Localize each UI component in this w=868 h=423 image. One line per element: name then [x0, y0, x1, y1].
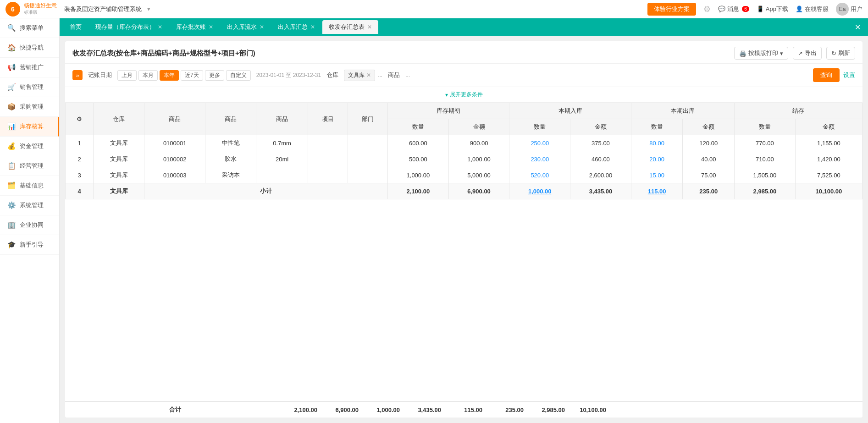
row-dept: [348, 167, 387, 183]
settings-link[interactable]: 设置: [843, 71, 855, 79]
row-out-qty[interactable]: 20.00: [631, 151, 683, 167]
user-item[interactable]: Ea 用户: [836, 3, 862, 16]
row-in-qty[interactable]: 230.00: [509, 151, 570, 167]
col-in-header: 本期入库: [509, 103, 631, 119]
company-icon: 🏢: [7, 221, 16, 229]
sidebar-label-sales: 销售管理: [20, 83, 44, 91]
sidebar-item-company[interactable]: 🏢 企业协同: [0, 215, 59, 235]
sidebar-item-quick-nav[interactable]: 🏠 快捷导航: [0, 38, 59, 58]
logo-text-block: 畅捷通好生意 标准版: [24, 2, 57, 15]
main-container: 🔍 搜索菜单 🏠 快捷导航 📢 营销推广 🛒 销售管理 📦 采购管理 📊 库存核…: [0, 18, 868, 423]
col-settings-header[interactable]: ⚙: [66, 103, 94, 135]
tab-close-recv-send[interactable]: ✕: [367, 24, 372, 30]
sub-warehouse: 文具库: [94, 183, 144, 199]
col-settings-icon[interactable]: ⚙: [77, 115, 82, 122]
warehouse-tag-close[interactable]: ✕: [366, 72, 371, 78]
sidebar-item-operations[interactable]: 📋 经营管理: [0, 156, 59, 176]
date-btn-custom[interactable]: 自定义: [226, 70, 251, 81]
tab-recv-send[interactable]: 收发存汇总表 ✕: [322, 20, 378, 34]
gear-button[interactable]: ⚙: [703, 4, 711, 14]
sales-icon: 🛒: [7, 83, 16, 91]
sidebar-item-guide[interactable]: 🎓 新手引导: [0, 235, 59, 255]
total-open-qty: 2,100.00: [281, 407, 322, 413]
date-range-block: 2023-01-01 至 2023-12-31: [256, 71, 321, 79]
sub-bal-amt: 10,100.00: [795, 183, 862, 199]
table-row: 3 文具库 0100003 采访本 1,000.00 5,000.00 520.…: [66, 167, 862, 183]
col-open-qty-header: 数量: [388, 119, 449, 135]
sub-out-qty[interactable]: 115.00: [631, 183, 683, 199]
tab-close-inout-summary[interactable]: ✕: [310, 24, 315, 30]
header-right: 体验行业方案 ⚙ 💬 消息 6 📱 App下载 👤 在线客服 Ea 用户: [647, 3, 862, 16]
message-item[interactable]: 💬 消息 6: [718, 5, 749, 13]
col-name-header: 商品: [205, 103, 256, 135]
date-btn-last-month[interactable]: 上月: [117, 70, 137, 81]
trial-button[interactable]: 体验行业方案: [647, 3, 696, 16]
sidebar-label-guide: 新手引导: [20, 241, 44, 249]
expand-more-row: ▾ 展开更多条件: [65, 87, 862, 103]
expand-more-button[interactable]: ▾ 展开更多条件: [445, 91, 483, 99]
sidebar-item-search[interactable]: 🔍 搜索菜单: [0, 18, 59, 38]
sidebar-item-sales[interactable]: 🛒 销售管理: [0, 77, 59, 97]
tab-batch-ledger[interactable]: 库存批次账 ✕: [170, 20, 220, 34]
top-header: 6 畅捷通好生意 标准版 装备及固定资产辅助管理系统 ▾ 体验行业方案 ⚙ 💬 …: [0, 0, 868, 18]
total-out-qty: 115.00: [446, 407, 487, 413]
row-name: 胶水: [205, 151, 256, 167]
tab-close-inout-flow[interactable]: ✕: [260, 24, 264, 30]
online-service-item[interactable]: 👤 在线客服: [796, 5, 829, 13]
query-button[interactable]: 查询: [813, 68, 840, 82]
row-out-amt: 120.00: [683, 135, 735, 151]
tab-close-batch-ledger[interactable]: ✕: [209, 24, 213, 30]
sidebar-item-inventory[interactable]: 📊 库存核算: [0, 117, 59, 137]
row-code: 0100003: [144, 167, 205, 183]
tab-inout-summary[interactable]: 出入库汇总 ✕: [271, 20, 321, 34]
print-button[interactable]: 🖨️ 按模版打印 ▾: [734, 47, 788, 60]
row-project: [308, 167, 348, 183]
sidebar-item-purchase[interactable]: 📦 采购管理: [0, 97, 59, 117]
date-btn-7days[interactable]: 近7天: [181, 70, 203, 81]
date-btn-more[interactable]: 更多: [205, 70, 224, 81]
tab-close-inventory-dist[interactable]: ✕: [158, 24, 162, 30]
logo-icon: 6: [6, 2, 20, 16]
guide-icon: 🎓: [7, 241, 16, 249]
date-range-text: 2023-01-01 至 2023-12-31: [256, 71, 321, 79]
tab-bar-close-all[interactable]: ✕: [851, 23, 864, 32]
goods-more-btn[interactable]: ...: [405, 72, 410, 78]
date-buttons: 上月 本月 本年 近7天 更多 自定义: [117, 70, 251, 81]
inventory-icon: 📊: [7, 122, 16, 131]
filter-expand-button[interactable]: »: [72, 70, 83, 80]
app-download-item[interactable]: 📱 App下载: [757, 5, 788, 13]
sub-open-amt: 6,900.00: [448, 183, 509, 199]
sidebar-item-system[interactable]: ⚙️ 系统管理: [0, 196, 59, 215]
sub-in-qty[interactable]: 1,000.00: [509, 183, 570, 199]
date-btn-this-year[interactable]: 本年: [160, 70, 179, 81]
row-in-qty[interactable]: 250.00: [509, 135, 570, 151]
warehouse-more-btn[interactable]: ...: [378, 72, 382, 78]
table-wrapper: ⚙ 仓库 商品 商品: [65, 103, 862, 401]
row-out-qty[interactable]: 15.00: [631, 167, 683, 183]
system-title-dropdown[interactable]: ▾: [147, 5, 150, 12]
col-spec-header: 商品: [256, 103, 308, 135]
row-bal-amt: 7,525.00: [795, 167, 862, 183]
sidebar-item-marketing[interactable]: 📢 营销推广: [0, 58, 59, 77]
date-btn-this-month[interactable]: 本月: [138, 70, 158, 81]
tab-home[interactable]: 首页: [63, 20, 88, 34]
col-out-amt-header: 金额: [683, 119, 735, 135]
row-spec: [256, 167, 308, 183]
col-code-header: 商品: [144, 103, 205, 135]
col-bal-qty-header: 数量: [735, 119, 796, 135]
refresh-button[interactable]: ↻ 刷新: [826, 47, 855, 60]
marketing-icon: 📢: [7, 63, 16, 71]
row-out-qty[interactable]: 80.00: [631, 135, 683, 151]
tab-inout-flow[interactable]: 出入库流水 ✕: [221, 20, 271, 34]
tab-inventory-dist[interactable]: 现存量（库存分布表） ✕: [89, 20, 169, 34]
row-code: 0100001: [144, 135, 205, 151]
goods-label: 商品: [388, 71, 400, 79]
row-open-amt: 900.00: [448, 135, 509, 151]
row-project: [308, 151, 348, 167]
sidebar-item-basic[interactable]: 🗂️ 基础信息: [0, 176, 59, 196]
row-spec: 0.7mm: [256, 135, 308, 151]
sidebar-item-finance[interactable]: 💰 资金管理: [0, 137, 59, 156]
table-footer: 合计 2,100.00 6,900.00 1,000.00 3,435.00 1…: [65, 401, 862, 418]
row-in-qty[interactable]: 520.00: [509, 167, 570, 183]
export-button[interactable]: ↗ 导出: [793, 47, 822, 60]
